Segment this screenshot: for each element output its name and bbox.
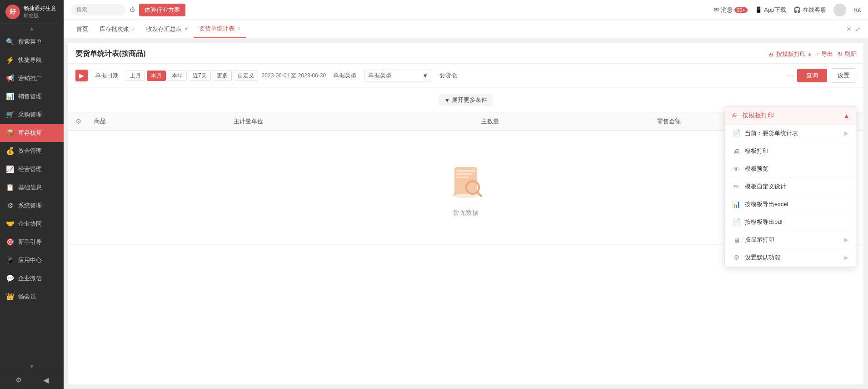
refresh-btn[interactable]: ↻ 刷新 <box>838 50 856 58</box>
topbar-left: 搜索 ⚙ 体验行业方案 <box>71 4 714 16</box>
app-logo-text: 畅捷通好生意 标准版 <box>24 5 56 19</box>
maximize-tab-btn[interactable]: ⤢ <box>855 25 861 33</box>
date-last7days[interactable]: 近7天 <box>189 71 211 81</box>
tabs-bar: 首页 库存批次账 × 收发存汇总表 × 要货单统计表 × ✕ ⤢ <box>64 20 868 38</box>
current-template-icon: 📄 <box>732 129 740 137</box>
trial-btn[interactable]: 体验行业方案 <box>139 4 185 16</box>
quick-nav-icon: ⚡ <box>5 56 15 65</box>
dropdown-header[interactable]: 🖨 按模板打印 ▲ <box>725 107 856 125</box>
sidebar-scroll-up[interactable]: ▲ <box>0 24 64 33</box>
template-print-icon: 🖨 <box>732 147 740 155</box>
more-options-icon[interactable]: ··· <box>787 71 793 81</box>
date-more[interactable]: 更多 <box>213 71 232 81</box>
messages-btn[interactable]: ✉ 消息 99+ <box>714 6 748 14</box>
page-actions: 🖨 按模板打印 ▲ ↑ 导出 ↻ 刷新 <box>768 50 856 58</box>
sidebar-item-purchase[interactable]: 🛒 采购管理 <box>0 106 64 124</box>
sidebar-item-marketing[interactable]: 📢 营销推广 <box>0 69 64 87</box>
dropdown-export-excel[interactable]: 📊 按模板导出excel <box>725 196 856 213</box>
table-settings-icon[interactable]: ⚙ <box>74 117 83 125</box>
select-arrow-icon: ▼ <box>422 72 428 79</box>
user-avatar[interactable] <box>833 4 846 16</box>
settings-btn[interactable]: 设置 <box>831 68 856 83</box>
dropdown-header-left: 🖨 按模板打印 <box>731 111 774 120</box>
current-template-arrow: ▶ <box>844 130 848 136</box>
set-default-arrow: ▶ <box>844 254 848 261</box>
app-download-btn[interactable]: 📱 App下载 <box>755 6 786 14</box>
newbie-icon: 🎯 <box>5 237 15 247</box>
sidebar-item-sales[interactable]: 📊 销售管理 <box>0 87 64 106</box>
col-settings: ⚙ <box>68 113 89 131</box>
sidebar-item-enterprise[interactable]: 🤝 企业协同 <box>0 215 64 233</box>
date-current-month[interactable]: 本月 <box>147 71 166 81</box>
tabs-right-actions: ✕ ⤢ <box>846 25 861 33</box>
export-btn[interactable]: ↑ 导出 <box>817 50 833 58</box>
sidebar-item-newbie[interactable]: 🎯 新手引导 <box>0 233 64 251</box>
collapse-sidebar-btn[interactable]: ◀ <box>43 376 49 384</box>
topbar-search-box[interactable]: 搜索 <box>71 4 125 15</box>
sidebar-item-operations[interactable]: 📈 经营管理 <box>0 160 64 178</box>
date-custom[interactable]: 自定义 <box>234 71 258 81</box>
set-default-left: ⚙ 设置默认功能 <box>732 253 780 262</box>
close-tab-inventory-batch[interactable]: × <box>132 26 135 32</box>
dropdown-display-print[interactable]: 🖥 按显示打印 ▶ <box>725 231 856 249</box>
sidebar-item-inventory[interactable]: 📦 库存核算 <box>0 124 64 142</box>
col-unit: 主计量单位 <box>228 113 476 131</box>
sidebar-item-apps[interactable]: 📱 应用中心 <box>0 251 64 269</box>
finance-icon: 💰 <box>5 147 15 156</box>
order-type-select[interactable]: 单据类型 ▼ <box>364 70 432 81</box>
close-tab-receipt-summary[interactable]: × <box>185 26 188 32</box>
export-excel-icon: 📊 <box>732 200 740 208</box>
template-preview-icon: 👁 <box>732 165 740 173</box>
tab-order-stats[interactable]: 要货单统计表 × <box>194 20 246 38</box>
username-label: Rit <box>853 6 861 13</box>
date-current-year[interactable]: 本年 <box>168 71 187 81</box>
tab-receipt-summary[interactable]: 收发存汇总表 × <box>141 20 194 38</box>
print-icon: 🖨 <box>768 51 774 57</box>
export-icon: ↑ <box>817 51 820 57</box>
expand-more-btn[interactable]: ▼ 展开更多条件 <box>439 94 493 106</box>
print-btn[interactable]: 🖨 按模板打印 ▲ <box>768 50 812 58</box>
dropdown-current-template[interactable]: 📄 当前：要货单统计表 ▶ <box>725 125 856 142</box>
sidebar-item-quick-nav[interactable]: ⚡ 快捷导航 <box>0 51 64 69</box>
display-print-icon: 🖥 <box>732 236 740 244</box>
filter-toggle-btn[interactable]: ▶ <box>75 70 88 81</box>
dropdown-menu: 🖨 按模板打印 ▲ 📄 当前：要货单统计表 ▶ 🖨 模板打印 👁 <box>724 106 856 267</box>
dropdown-template-preview[interactable]: 👁 模板预览 <box>725 160 856 178</box>
close-all-tabs-btn[interactable]: ✕ <box>846 25 852 33</box>
tab-inventory-batch[interactable]: 库存批次账 × <box>94 20 141 38</box>
online-service-btn[interactable]: 🎧 在线客服 <box>793 6 826 14</box>
system-icon: ⚙ <box>5 201 15 210</box>
query-btn[interactable]: 查询 <box>797 69 827 82</box>
sidebar-item-search[interactable]: 🔍 搜索菜单 <box>0 33 64 51</box>
sidebar-item-basic[interactable]: 📋 基础信息 <box>0 178 64 197</box>
sidebar-item-member[interactable]: 👑 畅会员 <box>0 288 64 306</box>
dropdown-template-print[interactable]: 🖨 模板打印 <box>725 142 856 160</box>
marketing-icon: 📢 <box>5 74 15 83</box>
expand-more-icon: ▼ <box>444 97 450 104</box>
inventory-icon: 📦 <box>5 128 15 137</box>
template-custom-icon: ✏ <box>732 182 740 191</box>
display-print-arrow: ▶ <box>844 237 848 243</box>
close-tab-order-stats[interactable]: × <box>237 25 240 32</box>
dropdown-template-custom[interactable]: ✏ 模板自定义设计 <box>725 178 856 196</box>
dropdown-set-default[interactable]: ⚙ 设置默认功能 ▶ <box>725 249 856 267</box>
order-type-label: 单据类型 <box>333 71 357 80</box>
filter-right-actions: ··· 查询 设置 <box>787 68 856 83</box>
date-prev-month[interactable]: 上月 <box>126 71 145 81</box>
sidebar-logo: 好 畅捷通好生意 标准版 <box>0 0 64 24</box>
cargo-label: 要货仓 <box>439 71 457 80</box>
topbar-gear-icon[interactable]: ⚙ <box>129 5 135 14</box>
tab-home[interactable]: 首页 <box>71 20 94 38</box>
wechat-icon: 💬 <box>5 274 15 283</box>
settings-bottom-icon[interactable]: ⚙ <box>15 376 22 384</box>
page-header: 要货单统计表(按商品) 🖨 按模板打印 ▲ ↑ 导出 ↻ 刷新 <box>68 43 863 64</box>
display-print-left: 🖥 按显示打印 <box>732 236 774 244</box>
sidebar-item-wechat[interactable]: 💬 企业微信 <box>0 269 64 288</box>
topbar-right: ✉ 消息 99+ 📱 App下载 🎧 在线客服 Rit <box>714 4 861 16</box>
sidebar-item-system[interactable]: ⚙ 系统管理 <box>0 197 64 215</box>
sidebar-item-finance[interactable]: 💰 资金管理 <box>0 142 64 160</box>
sidebar-scroll-down[interactable]: ▼ <box>0 362 64 371</box>
dropdown-export-pdf[interactable]: 📄 按模板导出pdf <box>725 213 856 231</box>
export-pdf-icon: 📄 <box>732 218 740 226</box>
operations-icon: 📈 <box>5 165 15 174</box>
